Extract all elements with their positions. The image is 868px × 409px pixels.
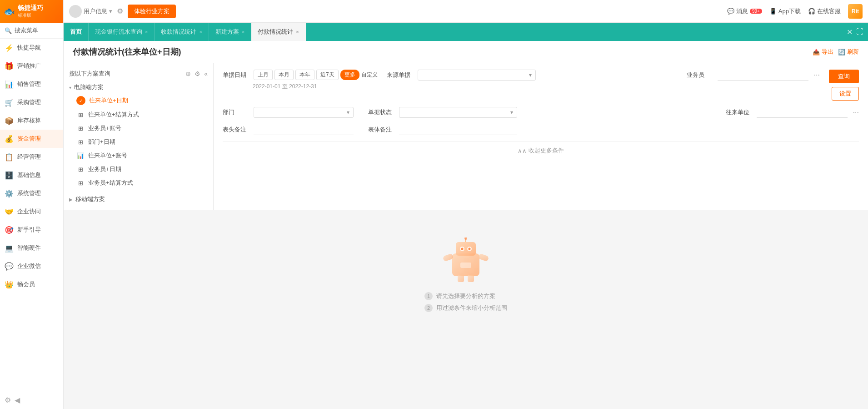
dept-select[interactable]: ▾ [254, 107, 354, 118]
scheme-item-dept-date[interactable]: ⊞ 部门+日期 [64, 135, 213, 149]
sidebar-item-marketing[interactable]: 🎁 营销推广 [0, 57, 63, 75]
scheme-item-staff-settle[interactable]: ⊞ 业务员+结算方式 [64, 176, 213, 190]
collapse-scheme-icon[interactable]: « [204, 70, 208, 77]
user-avatar-topbar[interactable]: Rit [848, 4, 863, 19]
add-scheme-icon[interactable]: ⊕ [185, 70, 191, 77]
export-button[interactable]: 📤 导出 [813, 48, 833, 56]
settings-bottom-icon[interactable]: ⚙ [5, 396, 11, 404]
topbar-gear-icon[interactable]: ⚙ [117, 7, 123, 15]
close-all-tabs-icon[interactable]: ✕ [847, 28, 853, 36]
sidebar-item-corp[interactable]: 🤝 企业协同 [0, 202, 63, 221]
search-icon: 🔍 [5, 27, 12, 34]
tab-payment-stats[interactable]: 付款情况统计 × [251, 23, 305, 41]
more-dates-btn[interactable]: 更多 [340, 70, 359, 80]
close-collection-stats-icon[interactable]: × [199, 29, 202, 35]
staff-more-icon[interactable]: ··· [814, 71, 820, 79]
finance-icon: 💰 [5, 134, 14, 143]
query-button[interactable]: 查询 [829, 70, 859, 83]
sidebar-item-inventory[interactable]: 📦 库存核算 [0, 111, 63, 130]
close-payment-stats-icon[interactable]: × [296, 29, 299, 35]
hardware-icon: 💻 [5, 243, 14, 252]
tab-new-scheme[interactable]: 新建方案 × [209, 23, 251, 41]
counterpart-date-icon: ✓ [76, 96, 85, 105]
sales-icon: 📊 [5, 80, 14, 89]
sidebar-bottom: ⚙ ◀ [0, 391, 63, 409]
staff-input[interactable] [718, 70, 808, 81]
sidebar-item-label: 资金管理 [17, 135, 41, 143]
system-icon: ⚙️ [5, 189, 14, 198]
filter-row-1: 单据日期 上月 本月 本年 近7天 更多 自定义 2022 [223, 70, 859, 101]
last-7-days-btn[interactable]: 近7天 [316, 70, 339, 80]
sidebar-item-quick-nav[interactable]: ⚡ 快捷导航 [0, 39, 63, 57]
sidebar-item-label: 经营管理 [17, 153, 41, 161]
scheme-item-staff-account[interactable]: ⊞ 业务员+账号 [64, 121, 213, 135]
collapse-bar: ∧∧ 收起更多条件 [223, 141, 859, 159]
tab-collection-stats[interactable]: 收款情况统计 × [155, 23, 209, 41]
tab-home[interactable]: 首页 [64, 23, 89, 41]
desktop-category-label: 电脑端方案 [74, 83, 104, 91]
sidebar-search[interactable]: 🔍 搜索菜单 [0, 23, 63, 39]
sidebar-item-label: 企业协同 [17, 207, 41, 216]
scheme-settings-icon[interactable]: ⚙ [195, 70, 200, 77]
settings-button[interactable]: 设置 [832, 87, 859, 101]
this-month-btn[interactable]: 本月 [274, 70, 294, 80]
staff-account-icon: ⊞ [76, 124, 85, 132]
close-new-scheme-icon[interactable]: × [242, 29, 244, 35]
refresh-button[interactable]: 🔄 刷新 [838, 48, 859, 56]
sidebar-item-guide[interactable]: 🎯 新手引导 [0, 221, 63, 239]
this-year-btn[interactable]: 本年 [295, 70, 314, 80]
source-select[interactable]: ▾ [418, 70, 536, 81]
body-note-label: 表体备注 [368, 126, 395, 134]
sidebar-item-hardware[interactable]: 💻 智能硬件 [0, 239, 63, 257]
scheme-category-desktop[interactable]: ▾ 电脑端方案 [64, 81, 213, 93]
sidebar-item-basic[interactable]: 🗄️ 基础信息 [0, 166, 63, 184]
doc-status-select[interactable]: ▾ [399, 107, 517, 118]
scheme-item-counterpart-date[interactable]: ✓ 往来单位+日期 [64, 93, 213, 108]
last-month-btn[interactable]: 上月 [254, 70, 273, 80]
date-range-text: 2022-01-01 至 2022-12-31 [253, 83, 317, 91]
custom-label[interactable]: 自定义 [361, 71, 378, 79]
guide-icon: 🎯 [5, 225, 14, 234]
member-icon: 👑 [5, 280, 14, 289]
counterpart-account-icon: 📊 [76, 151, 85, 160]
scheme-category-mobile[interactable]: ▶ 移动端方案 [64, 193, 213, 205]
collapse-button[interactable]: ∧∧ 收起更多条件 [518, 146, 564, 155]
tab-bank-flow-label: 现金银行流水查询 [95, 28, 142, 36]
user-avatar [69, 5, 82, 18]
sidebar-item-system[interactable]: ⚙️ 系统管理 [0, 184, 63, 202]
counterpart-more-icon[interactable]: ··· [853, 108, 859, 116]
sidebar-item-finance[interactable]: 💰 资金管理 [0, 130, 63, 148]
svg-point-4 [461, 248, 464, 250]
query-section: 查询 设置 [829, 70, 859, 101]
sidebar-item-sales[interactable]: 📊 销售管理 [0, 75, 63, 93]
staff-date-icon: ⊞ [76, 165, 85, 173]
scheme-item-counterpart-account[interactable]: 📊 往来单位+账号 [64, 149, 213, 162]
sidebar-item-purchase[interactable]: 🛒 采购管理 [0, 93, 63, 111]
body-note-input[interactable] [399, 124, 517, 135]
messages-item[interactable]: 💬 消息 99+ [727, 7, 762, 15]
tab-actions: ✕ ⛶ [842, 28, 868, 36]
scheme-item-staff-date[interactable]: ⊞ 业务员+日期 [64, 162, 213, 176]
app-download-item[interactable]: 📱 App下载 [769, 7, 801, 15]
body-note-item: 表体备注 [368, 124, 859, 135]
header-note-label: 表头备注 [223, 126, 250, 134]
collapse-sidebar-icon[interactable]: ◀ [15, 396, 20, 404]
dept-select-arrow: ▾ [347, 109, 349, 116]
hint-1-text: 请先选择要分析的方案 [436, 292, 495, 300]
sidebar-item-operation[interactable]: 📋 经营管理 [0, 148, 63, 166]
header-note-input[interactable] [254, 124, 354, 135]
close-bank-flow-icon[interactable]: × [145, 29, 148, 35]
expand-tab-icon[interactable]: ⛶ [856, 28, 863, 36]
counterpart-input[interactable] [757, 107, 848, 118]
trial-button[interactable]: 体验行业方案 [128, 5, 176, 18]
scheme-item-counterpart-settle[interactable]: ⊞ 往来单位+结算方式 [64, 108, 213, 121]
messages-label: 消息 [736, 7, 748, 15]
inventory-icon: 📦 [5, 116, 14, 125]
sidebar-item-member[interactable]: 👑 畅会员 [0, 275, 63, 293]
doc-status-label: 单据状态 [368, 108, 395, 116]
tab-bank-flow[interactable]: 现金银行流水查询 × [89, 23, 155, 41]
online-service-item[interactable]: 🎧 在线客服 [808, 7, 841, 15]
topbar-right: 💬 消息 99+ 📱 App下载 🎧 在线客服 Rit [727, 4, 863, 19]
sidebar-item-wechat[interactable]: 💬 企业微信 [0, 257, 63, 275]
user-dropdown-arrow[interactable]: ▾ [109, 8, 112, 15]
